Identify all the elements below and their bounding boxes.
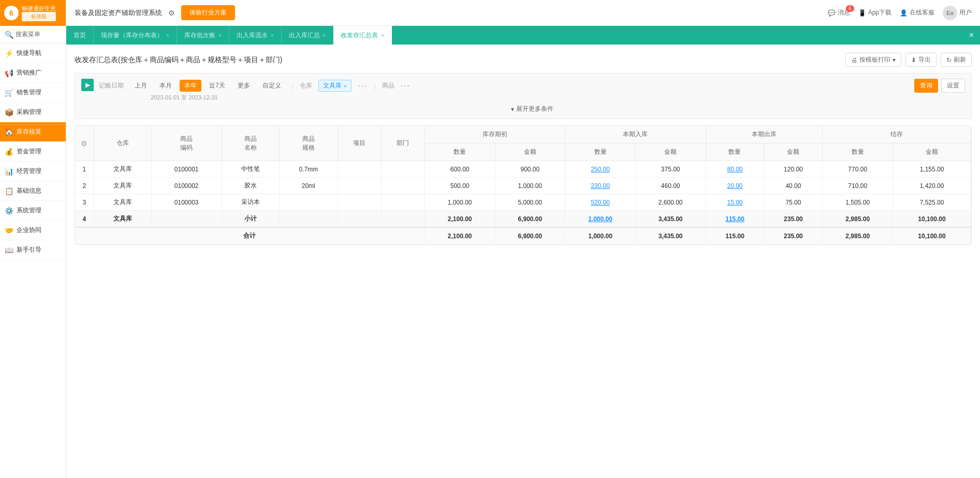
cell-in-qty: 1,000.00 <box>565 211 636 228</box>
th-dept: 部门 <box>381 126 425 161</box>
cell-project <box>338 211 381 228</box>
sidebar-item-sales[interactable]: 🛒 销售管理 <box>0 83 66 103</box>
th-open-amt: 金额 <box>495 143 565 161</box>
sales-label: 销售管理 <box>17 88 41 97</box>
sidebar-item-guide[interactable]: 📖 新手引导 <box>0 240 66 260</box>
table-settings-icon[interactable]: ⚙ <box>81 139 87 148</box>
page-title-row: 收发存汇总表(按仓库＋商品编码＋商品＋规格型号＋项目＋部门) 🖨 按模板打印 ▾… <box>75 53 972 67</box>
tab-recv-summary-close-icon[interactable]: × <box>381 33 384 38</box>
sidebar-item-corp[interactable]: 🤝 企业协同 <box>0 221 66 240</box>
cell-spec <box>279 211 338 228</box>
page-actions: 🖨 按模板打印 ▾ ⬇ 导出 ↻ 刷新 <box>845 53 972 67</box>
user-menu[interactable]: Ea 用户 <box>943 6 972 20</box>
cell-open-amt: 5,000.00 <box>495 194 565 211</box>
operation-label: 经营管理 <box>17 167 41 176</box>
settings-button[interactable]: 设置 <box>941 79 965 93</box>
search-icon: 🔍 <box>4 31 13 39</box>
export-button[interactable]: ⬇ 导出 <box>905 53 937 67</box>
search-label: 搜索菜单 <box>16 30 40 39</box>
date-btn-last-month[interactable]: 上月 <box>130 80 152 92</box>
date-filter-label: 记账日期 <box>99 81 124 90</box>
date-btn-more[interactable]: 更多 <box>233 80 255 92</box>
cell-name: 采访本 <box>222 194 279 211</box>
print-dropdown-icon: ▾ <box>893 56 896 64</box>
logo-tag: 标准版 <box>22 12 56 21</box>
goods-more-button[interactable]: ··· <box>401 81 411 91</box>
query-button[interactable]: 查询 <box>914 79 938 93</box>
filter-divider-2: | <box>374 82 376 90</box>
th-in-qty: 数量 <box>565 143 636 161</box>
header-right: 💬 消息 6 📱 App下载 👤 在线客服 Ea 用户 <box>828 6 972 20</box>
date-btn-7days[interactable]: 近7天 <box>204 80 230 92</box>
cell-name: 胶水 <box>222 178 279 194</box>
cell-dept <box>381 194 425 211</box>
sidebar-item-quick[interactable]: ⚡ 快捷导航 <box>0 44 66 63</box>
sidebar-item-basic[interactable]: 📋 基础信息 <box>0 181 66 201</box>
try-industry-button[interactable]: 体验行业方案 <box>181 5 235 20</box>
filter-section: ▶ 记账日期 上月 本月 本年 近7天 更多 自定义 <box>81 79 965 113</box>
th-spec: 商品规格 <box>279 126 338 161</box>
tab-flow[interactable]: 出入库流水 × <box>229 26 282 45</box>
logo-text: 畅捷通好生意 <box>22 5 56 12</box>
refresh-button[interactable]: ↻ 刷新 <box>941 53 972 67</box>
tab-summary-close-icon[interactable]: × <box>323 33 326 38</box>
user-label: 用户 <box>959 8 972 17</box>
tab-summary[interactable]: 出入库汇总 × <box>282 26 334 45</box>
system-icon: ⚙️ <box>4 207 13 215</box>
th-project: 项目 <box>338 126 381 161</box>
cell-dept <box>381 211 425 228</box>
date-btn-this-year[interactable]: 本年 <box>180 80 201 92</box>
cell-open-qty: 500.00 <box>425 178 495 194</box>
tab-batch-close-icon[interactable]: × <box>218 33 222 38</box>
tab-flow-close-icon[interactable]: × <box>271 33 274 38</box>
query-label: 查询 <box>920 81 932 90</box>
table-row: 1 文具库 0100001 中性笔 0.7mm 600.00 900.00 25… <box>75 161 971 178</box>
sidebar-item-inventory[interactable]: 🏠 库存核算 <box>0 122 66 142</box>
tab-recv-summary[interactable]: 收发存汇总表 × <box>333 26 392 45</box>
cell-name: 中性笔 <box>222 161 279 178</box>
cell-project <box>338 178 381 194</box>
tab-stock-dist-close-icon[interactable]: × <box>166 33 169 38</box>
cell-in-qty: 230.00 <box>565 178 636 194</box>
cell-open-qty: 600.00 <box>425 161 495 178</box>
date-btn-this-month[interactable]: 本月 <box>155 80 177 92</box>
sidebar-item-marketing[interactable]: 📢 营销推广 <box>0 63 66 83</box>
sidebar-item-search[interactable]: 🔍 搜索菜单 <box>0 26 66 44</box>
tab-home[interactable]: 首页 <box>66 26 94 45</box>
goods-filter-label: 商品 <box>382 81 394 90</box>
print-icon: 🖨 <box>851 56 857 64</box>
tab-flow-label: 出入库流水 <box>237 31 268 40</box>
th-out-amt: 金额 <box>764 143 823 161</box>
cell-code: 0100003 <box>151 194 222 211</box>
date-btn-custom[interactable]: 自定义 <box>258 80 286 92</box>
cell-project <box>338 194 381 211</box>
tab-batch[interactable]: 库存批次账 × <box>177 26 229 45</box>
settings-gear-icon[interactable]: ⚙ <box>168 9 175 17</box>
total-out-amt: 235.00 <box>764 227 823 244</box>
online-service-button[interactable]: 👤 在线客服 <box>900 8 934 17</box>
refresh-label: 刷新 <box>954 55 966 64</box>
filter-toggle-button[interactable]: ▶ <box>81 79 94 91</box>
tab-bar-close-button[interactable]: × <box>963 26 980 45</box>
export-icon: ⬇ <box>911 56 916 64</box>
filter-bar: ▶ 记账日期 上月 本月 本年 近7天 更多 自定义 <box>75 73 972 119</box>
warehouse-tag: 文具库 × <box>318 80 352 92</box>
tab-stock-dist[interactable]: 现存量（库存分布表） × <box>94 26 177 45</box>
expand-more-button[interactable]: ▾ 展开更多条件 <box>99 102 965 113</box>
sidebar-item-system[interactable]: ⚙️ 系统管理 <box>0 201 66 221</box>
settings-label: 设置 <box>947 81 959 90</box>
warehouse-tag-close-icon[interactable]: × <box>344 83 347 89</box>
print-button[interactable]: 🖨 按模板打印 ▾ <box>845 53 901 67</box>
app-download-button[interactable]: 📱 App下载 <box>858 8 891 17</box>
message-button[interactable]: 💬 消息 6 <box>828 8 850 17</box>
sidebar-item-finance[interactable]: 💰 资金管理 <box>0 142 66 162</box>
th-close-qty: 数量 <box>823 143 893 161</box>
sidebar-item-operation[interactable]: 📊 经营管理 <box>0 162 66 181</box>
cell-open-amt: 900.00 <box>495 161 565 178</box>
cell-dept <box>381 161 425 178</box>
cell-warehouse: 文具库 <box>94 161 151 178</box>
warehouse-more-button[interactable]: ··· <box>358 81 368 91</box>
sidebar-item-purchase[interactable]: 📦 采购管理 <box>0 103 66 122</box>
th-name: 商品名称 <box>222 126 279 161</box>
cell-in-amt: 375.00 <box>635 161 706 178</box>
